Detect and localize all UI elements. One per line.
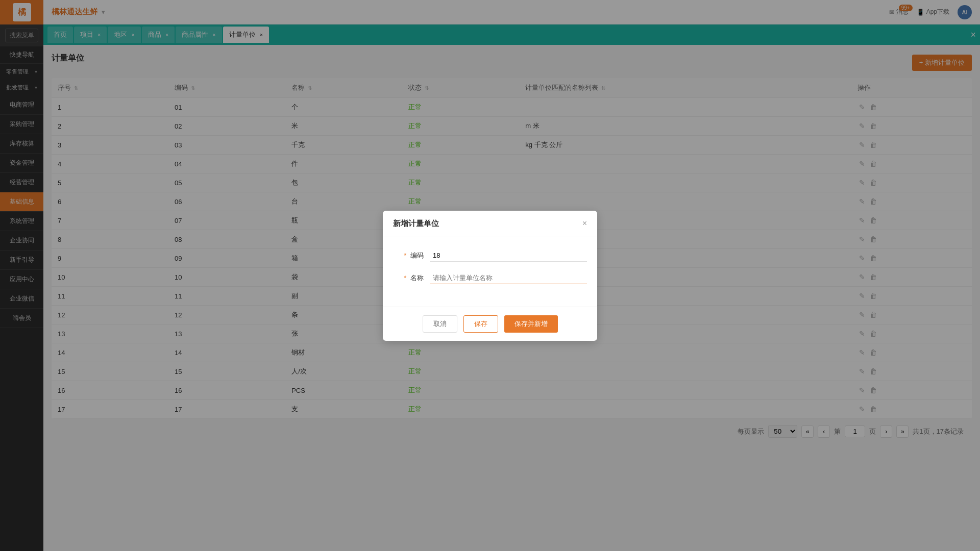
save-button[interactable]: 保存 — [463, 315, 498, 333]
name-field-row: * 名称 — [393, 272, 587, 284]
add-unit-modal: 新增计量单位 × * 编码 * 名称 取消 保存 保存并新增 — [383, 211, 597, 341]
code-field-row: * 编码 — [393, 249, 587, 262]
modal-header: 新增计量单位 × — [383, 211, 597, 237]
modal-close-button[interactable]: × — [582, 219, 587, 228]
cancel-button[interactable]: 取消 — [423, 315, 457, 333]
modal-footer: 取消 保存 保存并新增 — [383, 307, 597, 341]
modal-overlay[interactable]: 新增计量单位 × * 编码 * 名称 取消 保存 保存并新增 — [0, 0, 980, 551]
modal-title: 新增计量单位 — [393, 219, 439, 229]
code-input[interactable] — [430, 249, 587, 262]
modal-body: * 编码 * 名称 — [383, 237, 597, 307]
code-label: * 编码 — [393, 251, 424, 260]
name-label: * 名称 — [393, 273, 424, 283]
name-input[interactable] — [430, 272, 587, 284]
save-and-new-button[interactable]: 保存并新增 — [504, 315, 558, 333]
